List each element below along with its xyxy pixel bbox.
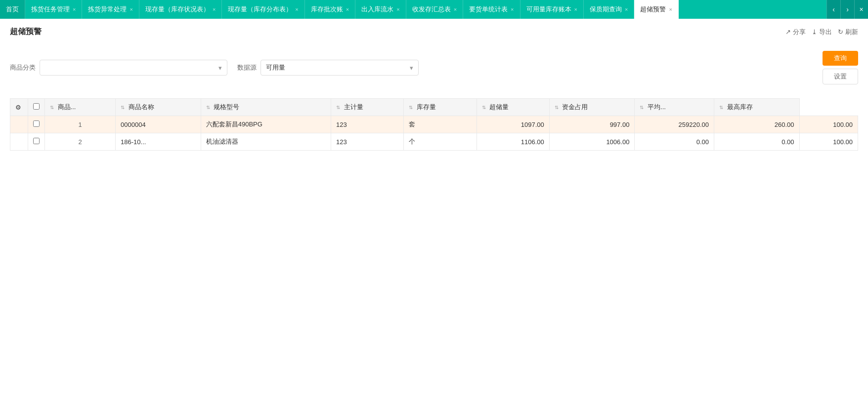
filter-buttons: 查询 设置: [823, 51, 858, 84]
th-check[interactable]: [28, 99, 45, 116]
th-avg-label: 平均...: [648, 103, 666, 111]
nav-label-3: 现存量（库存状况表）: [145, 5, 210, 14]
nav-close-1[interactable]: ×: [73, 6, 76, 12]
export-button[interactable]: ⤓ 导出: [812, 28, 832, 37]
nav-arrow-left[interactable]: ‹: [826, 0, 840, 19]
row-stock-1: 1106.00: [477, 133, 549, 151]
th-spec[interactable]: ⇅ 规格型号: [201, 99, 331, 116]
th-spec-label: 规格型号: [214, 103, 239, 111]
sort-icon-spec: ⇅: [206, 105, 210, 110]
category-select[interactable]: ▾: [40, 60, 227, 76]
nav-close-8[interactable]: ×: [511, 6, 514, 12]
nav-close-2[interactable]: ×: [130, 6, 132, 12]
th-unit-label: 主计量: [344, 103, 363, 111]
nav-label-4: 现存量（库存分布表）: [228, 5, 292, 14]
nav-label-8: 要货单统计表: [469, 5, 508, 14]
nav-close-9[interactable]: ×: [574, 6, 577, 12]
select-all-checkbox[interactable]: [33, 103, 40, 110]
th-stock[interactable]: ⇅ 库存量: [404, 99, 477, 116]
nav-arrow-more[interactable]: ×: [854, 0, 868, 19]
data-table: ⚙ ⇅ 商品... ⇅ 商品名称 ⇅ 规格型号 ⇅: [10, 98, 858, 151]
nav-item-9[interactable]: 可用量库存账本 ×: [521, 0, 584, 19]
row-avg-0: 260.00: [714, 116, 799, 133]
row-avg-1: 0.00: [714, 133, 799, 151]
th-unit[interactable]: ⇅ 主计量: [331, 99, 403, 116]
nav-label-5: 库存批次账: [311, 5, 343, 14]
row-code-0: 0000004: [116, 116, 201, 133]
nav-item-8[interactable]: 要货单统计表 ×: [463, 0, 520, 19]
row-spec-1: 123: [331, 133, 403, 151]
query-button[interactable]: 查询: [823, 51, 858, 66]
page-header: 超储预警 ↗ 分享 ⤓ 导出 ↻ 刷新: [10, 27, 858, 37]
nav-item-4[interactable]: 现存量（库存分布表） ×: [222, 0, 304, 19]
row-stock-0: 1097.00: [477, 116, 549, 133]
nav-item-5[interactable]: 库存批次账 ×: [305, 0, 355, 19]
nav-label-6: 出入库流水: [361, 5, 393, 14]
nav-close-4[interactable]: ×: [295, 6, 298, 12]
filter-category: 商品分类 ▾: [10, 60, 227, 76]
th-stock-label: 库存量: [417, 103, 436, 111]
sort-icon-name: ⇅: [121, 105, 125, 110]
row-name-1: 机油滤清器: [201, 133, 331, 151]
datasource-select[interactable]: 可用量 ▾: [260, 60, 419, 76]
nav-close-10[interactable]: ×: [625, 6, 628, 12]
gear-icon: ⚙: [15, 104, 21, 111]
table-header-row: ⚙ ⇅ 商品... ⇅ 商品名称 ⇅ 规格型号 ⇅: [10, 99, 858, 116]
row-num-0: 1: [45, 116, 116, 133]
nav-label-9: 可用量库存账本: [526, 5, 571, 14]
settings-button[interactable]: 设置: [823, 69, 858, 84]
nav-item-3[interactable]: 现存量（库存状况表） ×: [139, 0, 222, 19]
th-gear[interactable]: ⚙: [10, 99, 28, 116]
nav-item-2[interactable]: 拣货异常处理 ×: [82, 0, 139, 19]
th-code[interactable]: ⇅ 商品...: [45, 99, 116, 116]
filter-area: 商品分类 ▾ 数据源 可用量 ▾ 查询 设置: [10, 45, 858, 90]
nav-arrows: ‹ › ×: [826, 0, 868, 19]
refresh-button[interactable]: ↻ 刷新: [838, 28, 858, 37]
refresh-label: 刷新: [845, 28, 858, 37]
row-over-1: 1006.00: [549, 133, 635, 151]
table-row: 1 0000004 六配套新昌490BPG 123 套 1097.00 997.…: [10, 116, 858, 133]
th-over-label: 超储量: [489, 103, 509, 111]
row-check-0[interactable]: [28, 116, 45, 133]
share-label: 分享: [793, 28, 806, 37]
row-gear-0: [10, 116, 28, 133]
nav-label-11: 超储预警: [640, 5, 666, 14]
row-check-1[interactable]: [28, 133, 45, 151]
nav-close-7[interactable]: ×: [454, 6, 457, 12]
nav-item-7[interactable]: 收发存汇总表 ×: [406, 0, 463, 19]
row-max-0: 100.00: [799, 116, 858, 133]
row-checkbox-1[interactable]: [33, 138, 40, 144]
nav-label-1: 拣货任务管理: [31, 5, 70, 14]
category-label: 商品分类: [10, 63, 36, 72]
nav-item-home[interactable]: 首页: [0, 0, 25, 19]
nav-label-2: 拣货异常处理: [88, 5, 127, 14]
th-avg[interactable]: ⇅ 平均...: [635, 99, 714, 116]
nav-close-3[interactable]: ×: [213, 6, 216, 12]
th-capital-label: 资金占用: [562, 103, 588, 111]
nav-item-11[interactable]: 超储预警 ×: [634, 0, 678, 19]
row-code-1: 186-10...: [116, 133, 201, 151]
row-unit-1: 个: [404, 133, 477, 151]
sort-icon-max: ⇅: [719, 105, 723, 110]
header-actions: ↗ 分享 ⤓ 导出 ↻ 刷新: [785, 28, 858, 37]
nav-arrow-right[interactable]: ›: [840, 0, 854, 19]
th-over[interactable]: ⇅ 超储量: [477, 99, 549, 116]
row-checkbox-0[interactable]: [33, 120, 40, 127]
table-row: 2 186-10... 机油滤清器 123 个 1106.00 1006.00 …: [10, 133, 858, 151]
nav-close-5[interactable]: ×: [346, 6, 349, 12]
th-max[interactable]: ⇅ 最高库存: [714, 99, 799, 116]
nav-close-11[interactable]: ×: [669, 6, 672, 12]
sort-icon-stock: ⇅: [409, 105, 413, 110]
refresh-icon: ↻: [838, 28, 843, 36]
share-button[interactable]: ↗ 分享: [785, 28, 806, 37]
nav-item-6[interactable]: 出入库流水 ×: [355, 0, 406, 19]
nav-item-10[interactable]: 保质期查询 ×: [584, 0, 634, 19]
page-content: 超储预警 ↗ 分享 ⤓ 导出 ↻ 刷新 商品分类 ▾ 数据源: [0, 19, 868, 395]
th-name[interactable]: ⇅ 商品名称: [116, 99, 201, 116]
row-unit-0: 套: [404, 116, 477, 133]
nav-item-1[interactable]: 拣货任务管理 ×: [25, 0, 82, 19]
nav-close-6[interactable]: ×: [396, 6, 399, 12]
datasource-label: 数据源: [237, 63, 257, 72]
filter-datasource: 数据源 可用量 ▾: [237, 60, 419, 76]
th-capital[interactable]: ⇅ 资金占用: [549, 99, 635, 116]
